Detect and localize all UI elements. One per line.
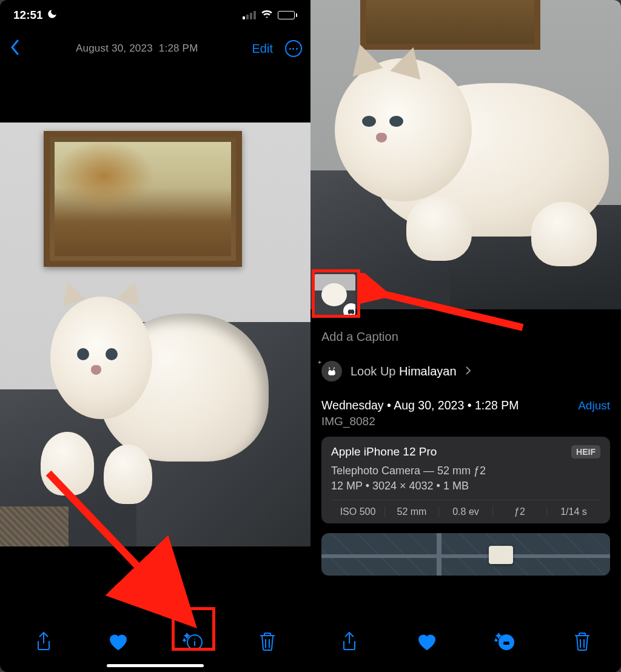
cat-icon: [321, 361, 342, 381]
exif-focal: 52 mm: [385, 506, 439, 517]
wifi-icon: [261, 8, 273, 23]
do-not-disturb-icon: [47, 8, 58, 22]
exif-ev: 0.8 ev: [439, 506, 493, 517]
edit-button[interactable]: Edit: [252, 42, 273, 56]
caption-field[interactable]: Add a Caption: [321, 318, 610, 357]
capture-datetime-row: Wednesday • Aug 30, 2023 • 1:28 PM Adjus…: [321, 394, 610, 412]
more-button[interactable]: [285, 40, 302, 57]
photo-viewer-pane: 12:51 19 August 30, 20231:28 PM Edit: [0, 0, 310, 672]
back-button[interactable]: [8, 39, 22, 58]
delete-button[interactable]: [565, 625, 599, 659]
favorite-button[interactable]: [101, 625, 135, 659]
photo-preview[interactable]: [310, 0, 621, 309]
cellular-signal-icon: [243, 11, 256, 19]
share-button[interactable]: [332, 625, 366, 659]
bottom-toolbar: [0, 611, 310, 672]
photo-viewport[interactable]: [0, 76, 310, 593]
exif-shutter: 1/14 s: [547, 506, 600, 517]
exif-grid: ISO 500 52 mm 0.8 ev 2 1/14 s: [331, 500, 600, 517]
format-badge: HEIF: [571, 445, 600, 459]
battery-icon: 19: [278, 11, 297, 19]
lookup-text: Look Up Himalayan: [351, 365, 457, 378]
map-pin-icon: [489, 546, 513, 564]
home-indicator[interactable]: [107, 664, 204, 667]
resolution-info: 12 MP • 3024 × 4032 • 1 MB: [331, 480, 600, 492]
favorite-button[interactable]: [410, 625, 444, 659]
delete-button[interactable]: [250, 625, 284, 659]
share-button[interactable]: [27, 625, 61, 659]
visual-lookup-row[interactable]: Look Up Himalayan: [321, 357, 610, 394]
location-map[interactable]: [321, 533, 610, 576]
exif-fstop: 2: [493, 506, 547, 517]
exif-iso: ISO 500: [331, 506, 385, 517]
nav-bar: August 30, 20231:28 PM Edit: [0, 30, 310, 67]
status-bar: 12:51 19: [0, 0, 310, 30]
exif-card: Apple iPhone 12 Pro HEIF Telephoto Camer…: [321, 437, 610, 523]
photo-info-pane: Add a Caption Look Up Himalayan Wednesda…: [310, 0, 621, 672]
adjust-button[interactable]: Adjust: [578, 399, 610, 412]
chevron-right-icon: [465, 365, 471, 378]
status-time: 12:51: [13, 8, 43, 22]
filename: IMG_8082: [321, 412, 610, 437]
bottom-toolbar: [310, 611, 621, 672]
annotation-highlight-info-button: [172, 607, 215, 651]
device-name: Apple iPhone 12 Pro: [331, 445, 437, 459]
lens-info: Telephoto Camera — 52 mm ƒ2: [331, 465, 600, 477]
visual-lookup-button[interactable]: [488, 625, 522, 659]
photo-datetime: August 30, 20231:28 PM: [76, 42, 198, 55]
info-panel: Add a Caption Look Up Himalayan Wednesda…: [310, 318, 621, 611]
annotation-highlight-thumbnail: [312, 269, 360, 318]
displayed-photo: [0, 123, 310, 546]
